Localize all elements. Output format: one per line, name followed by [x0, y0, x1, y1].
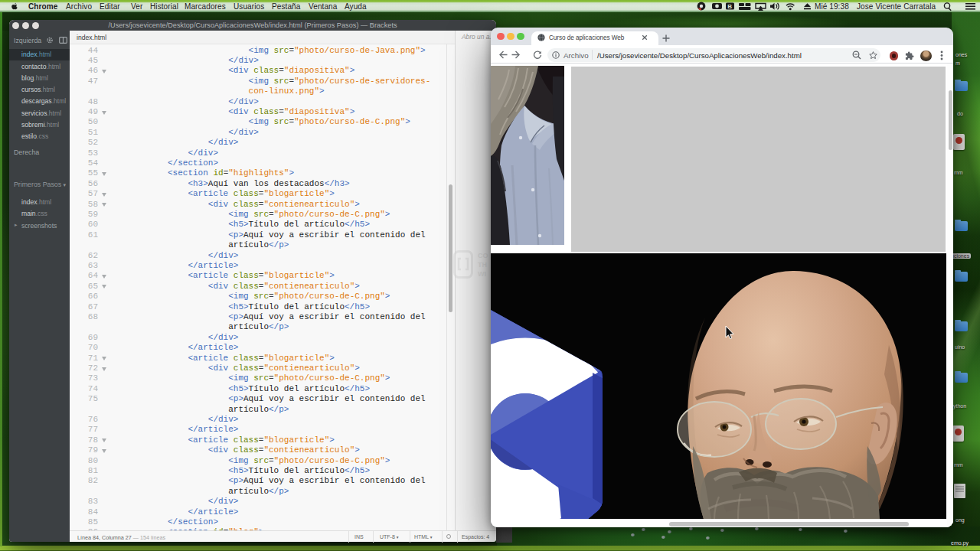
svg-text:TH: TH	[478, 261, 487, 269]
svg-text:CO: CO	[478, 252, 488, 259]
svg-text:B: B	[727, 3, 732, 10]
svg-text:WI: WI	[478, 270, 486, 278]
